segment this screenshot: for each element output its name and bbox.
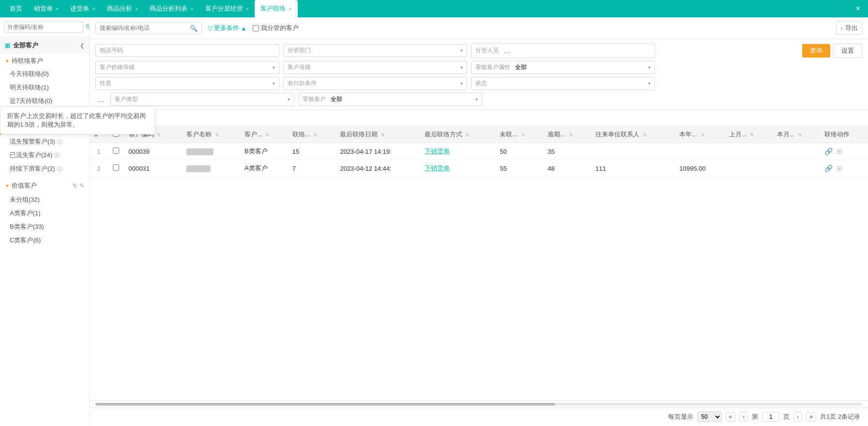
- row-1-checkbox-cell: [108, 143, 124, 160]
- horizontal-scrollbar[interactable]: [95, 403, 862, 406]
- nav-tab-home[interactable]: 首页: [4, 0, 28, 17]
- sidebar-search-button[interactable]: 🔍: [85, 24, 90, 31]
- row-1-checkbox[interactable]: [113, 147, 119, 154]
- sidebar-refresh-btn[interactable]: ↻: [73, 182, 77, 189]
- row-1-last-date: 2023-04-17 14:19:: [335, 143, 419, 160]
- export-button[interactable]: ↑ 导出: [836, 21, 863, 35]
- sidebar-group-pending-contact[interactable]: ▼ 待联络客户: [0, 54, 89, 67]
- sidebar-item-churn-warning[interactable]: 流失预警客户(3) ⓘ: [0, 135, 89, 148]
- row-1-num: 1: [90, 143, 108, 160]
- col-overdue: 逾期... ⇅: [543, 126, 591, 143]
- filter-customer-level[interactable]: 客户等级 ▾: [283, 61, 467, 74]
- filter-department[interactable]: 分管部门 ▾: [283, 44, 467, 57]
- filter-price-level[interactable]: 客户价格等级 ▾: [95, 61, 279, 74]
- filter-gender[interactable]: 性质 ▾: [95, 77, 279, 90]
- row-1-actions: 🔗 ⊞: [820, 143, 868, 160]
- gender-dropdown-icon: ▾: [273, 81, 275, 86]
- row-2-grid-icon[interactable]: ⊞: [837, 164, 842, 172]
- close-tab-purchase[interactable]: ×: [92, 6, 95, 12]
- sidebar-item-declining[interactable]: 持续下滑客户(2) ⓘ: [0, 162, 89, 176]
- sidebar-item-class-b[interactable]: B类客户(33): [0, 220, 89, 234]
- next-page-button[interactable]: ›: [793, 412, 802, 422]
- filter-status[interactable]: 状态 ▾: [471, 77, 655, 90]
- sidebar-item-class-a[interactable]: A类客户(1): [0, 206, 89, 220]
- sidebar-item-today-contact[interactable]: 今天待联络(0): [0, 67, 89, 81]
- payment-dropdown-icon: ▾: [460, 81, 463, 86]
- prev-page-button[interactable]: ‹: [739, 412, 748, 422]
- query-button[interactable]: 查询: [802, 44, 830, 58]
- row-2-link-icon[interactable]: 🔗: [824, 164, 833, 172]
- nav-tab-purchase[interactable]: 进货单 ×: [64, 0, 101, 17]
- more-dot-icon[interactable]: ...: [95, 94, 107, 104]
- col-this-year: 本年... ⇅: [674, 126, 724, 143]
- my-customers-checkbox-wrap[interactable]: 我分管的客户: [253, 24, 299, 32]
- customer-level-dropdown-icon: ▾: [460, 65, 463, 70]
- page-label: 第: [752, 412, 758, 421]
- close-tab-customer-tier[interactable]: ×: [246, 6, 249, 12]
- filter-customer-type[interactable]: 客户类型 ▾: [110, 93, 294, 106]
- row-2-name-blurred: ████: [186, 165, 211, 172]
- search-input-wrap: 🔍: [95, 22, 202, 34]
- page-size-select[interactable]: 50 100: [697, 411, 722, 422]
- row-2-last-date: 2023-04-12 14:44:: [335, 160, 419, 177]
- sidebar-item-class-c[interactable]: C类客户(6): [0, 234, 89, 247]
- filter-retail-attr[interactable]: 零散客户属性 全部 ▾: [471, 61, 655, 74]
- sidebar-search-area: 🔍: [0, 17, 89, 37]
- sidebar-edit-btn[interactable]: ✎: [79, 182, 84, 189]
- settings-button[interactable]: 设置: [833, 44, 862, 58]
- col-this-month: 本月... ⇅: [772, 126, 820, 143]
- nav-tab-sales[interactable]: 销货单 ×: [28, 0, 64, 17]
- adv-filter-row-3: 性质 ▾ 收付款条件 ▾ 状态 ▾: [95, 77, 862, 90]
- col-action: 联络动作: [820, 126, 868, 143]
- nav-tab-product-list[interactable]: 商品分析列表 ×: [144, 0, 199, 17]
- sidebar-item-churned[interactable]: 已流失客户(24) ⓘ: [0, 148, 89, 162]
- adv-filter-row-4: ... 客户类型 ▾ 零散客户 全部 ▾: [95, 93, 862, 106]
- row-2-this-year: 10995.00: [674, 160, 724, 177]
- nav-tab-customer-tier[interactable]: 客户分层经营 ×: [199, 0, 255, 17]
- close-tab-customer-contact[interactable]: ×: [289, 6, 291, 12]
- filter-payment[interactable]: 收付款条件 ▾: [283, 77, 467, 90]
- value-customers-section: ▼ 价值客户 ↻ ✎ 未分组(32) A类客户(1) B类客户(33) C类客户…: [0, 178, 89, 247]
- row-1-last-way-link[interactable]: 下销货单: [425, 147, 450, 155]
- nav-tab-product-analysis[interactable]: 商品分析 ×: [101, 0, 144, 17]
- my-customers-checkbox[interactable]: [253, 25, 259, 31]
- filter-phone-input[interactable]: [126, 47, 275, 54]
- row-2-last-month: [724, 160, 772, 177]
- filter-actions: 查询 设置: [802, 44, 862, 58]
- filter-manager[interactable]: 分管人员 ...: [471, 43, 655, 58]
- last-page-button[interactable]: »: [806, 412, 816, 422]
- table-section: ⚙ # 客户编码 ⇅ 客户名称 ⇅: [90, 110, 868, 426]
- row-2-name: ████: [182, 160, 240, 177]
- advanced-filter: 电话号码 分管部门 ▾ 分管人员 ... 查询 设置: [90, 39, 868, 110]
- sidebar-collapse-button[interactable]: ❮: [80, 43, 84, 49]
- sort-contacts-icon: ⇅: [313, 132, 317, 137]
- scrollbar-thumb[interactable]: [95, 403, 555, 406]
- filter-bar: 🔍 ▽ 更多条件 ▲ 我分管的客户 ↑ 导出: [90, 17, 868, 39]
- sidebar-search-input[interactable]: [4, 21, 83, 33]
- sidebar-item-7days-contact[interactable]: 近7天待联络(0): [0, 94, 89, 108]
- sidebar-item-tomorrow-contact[interactable]: 明天待联络(1): [0, 81, 89, 94]
- close-tab-product-list[interactable]: ×: [190, 6, 193, 12]
- nav-tab-customer-contact[interactable]: 客户联络 ×: [255, 0, 297, 17]
- filter-retail-customer[interactable]: 零散客户 全部 ▾: [298, 93, 482, 106]
- row-1-grid-icon[interactable]: ⊞: [837, 147, 842, 155]
- first-page-button[interactable]: «: [726, 412, 736, 422]
- manager-more-icon[interactable]: ...: [502, 45, 513, 56]
- row-1-history: [591, 143, 675, 160]
- grid-icon: ⊞: [5, 42, 10, 49]
- close-all-tabs[interactable]: ×: [852, 4, 864, 13]
- row-1-link-icon[interactable]: 🔗: [824, 147, 833, 155]
- sidebar-value-title[interactable]: ▼ 价值客户 ↻ ✎: [0, 178, 89, 193]
- more-conditions-toggle[interactable]: ▽ 更多条件 ▲: [208, 24, 247, 32]
- row-2-checkbox[interactable]: [113, 164, 119, 171]
- close-tab-sales[interactable]: ×: [56, 6, 59, 12]
- sidebar-item-ungrouped[interactable]: 未分组(32): [0, 193, 89, 206]
- page-input[interactable]: [762, 412, 779, 422]
- close-tab-product-analysis[interactable]: ×: [135, 6, 138, 12]
- col-contacts: 联络... ⇅: [288, 126, 335, 143]
- search-input[interactable]: [100, 25, 190, 31]
- sort-last-month-icon: ⇅: [750, 132, 754, 137]
- row-1-last-way: 下销货单: [420, 143, 495, 160]
- row-2-last-way-link[interactable]: 下销货单: [425, 164, 450, 172]
- search-button[interactable]: 🔍: [190, 25, 198, 32]
